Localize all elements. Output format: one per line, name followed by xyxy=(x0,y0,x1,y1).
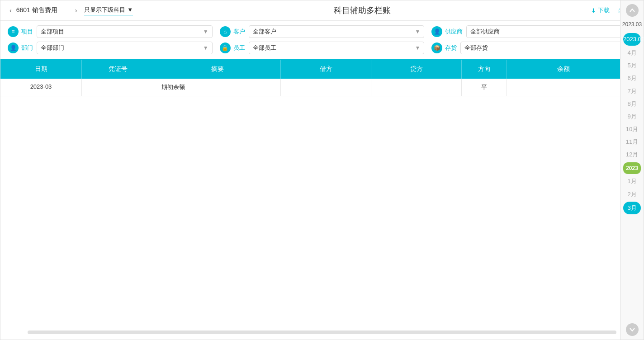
prev-account-button[interactable]: ‹ xyxy=(8,6,14,15)
timeline-month-7[interactable]: 7月 xyxy=(620,85,644,98)
timeline-month-5[interactable]: 5月 xyxy=(620,59,644,72)
timeline-month-2023-03-header[interactable]: 2023.03 xyxy=(620,19,644,31)
timeline-month-4[interactable]: 4月 xyxy=(620,47,644,59)
inventory-label: 📦 存货 xyxy=(431,42,457,53)
side-timeline: 2023.03 2023.03 4月 5月 6月 7月 8月 9月 10月 11… xyxy=(620,0,644,340)
timeline-month-2[interactable]: 2月 xyxy=(620,188,644,201)
col-balance: 余额 xyxy=(507,60,620,79)
customer-select[interactable]: 全部客户 ▼ xyxy=(249,25,425,38)
download-label: 下载 xyxy=(598,6,610,14)
timeline-up-button[interactable] xyxy=(626,4,639,17)
col-debit: 借方 xyxy=(281,60,371,79)
project-icon: ≡ xyxy=(8,26,19,37)
cell-debit xyxy=(281,79,371,96)
header: ‹ 6601 销售费用 › 只显示下级科目 ▼ 科目辅助多栏账 ⬇ 下载 🖨 打… xyxy=(0,0,644,21)
supplier-select[interactable]: 全部供应商 ▼ xyxy=(466,25,636,38)
supplier-label: 👤 供应商 xyxy=(431,26,463,37)
timeline-month-6[interactable]: 6月 xyxy=(620,72,644,85)
department-label: 👤 部门 xyxy=(8,42,33,53)
inventory-icon: 📦 xyxy=(431,42,442,53)
data-table: 日期 凭证号 摘要 借方 贷方 方向 余额 2023-03 期初余额 平 xyxy=(0,59,620,96)
employee-select-arrow-icon: ▼ xyxy=(415,45,420,51)
supplier-filter: 👤 供应商 全部供应商 ▼ xyxy=(431,25,636,38)
account-code-label: 6601 销售费用 xyxy=(16,6,71,14)
horizontal-scrollbar[interactable] xyxy=(28,331,616,334)
project-label: ≡ 项目 xyxy=(8,26,33,37)
department-select-arrow-icon: ▼ xyxy=(203,45,208,51)
show-sub-dropdown[interactable]: 只显示下级科目 ▼ xyxy=(84,6,133,15)
table-body: 2023-03 期初余额 平 xyxy=(0,79,620,96)
cell-date: 2023-03 xyxy=(0,79,82,96)
col-date: 日期 xyxy=(0,60,82,79)
customer-icon: ⌂ xyxy=(220,26,231,37)
col-credit: 贷方 xyxy=(371,60,462,79)
show-sub-label: 只显示下级科目 xyxy=(84,6,125,14)
cell-summary: 期初余额 xyxy=(154,79,281,96)
cell-balance xyxy=(507,79,620,96)
timeline-month-10[interactable]: 10月 xyxy=(620,123,644,136)
col-voucher: 凭证号 xyxy=(82,60,154,79)
department-select[interactable]: 全部部门 ▼ xyxy=(37,42,213,54)
show-sub-arrow-icon: ▼ xyxy=(127,6,133,13)
download-icon: ⬇ xyxy=(591,7,596,14)
inventory-filter: 📦 存货 全部存货 ▼ xyxy=(431,42,636,54)
table-row: 2023-03 期初余额 平 xyxy=(0,79,620,96)
timeline-down-button[interactable] xyxy=(626,323,639,336)
employee-icon: 🔒 xyxy=(220,42,231,53)
timeline-month-9[interactable]: 9月 xyxy=(620,110,644,123)
department-filter: 👤 部门 全部部门 ▼ xyxy=(8,42,213,54)
timeline-month-11[interactable]: 11月 xyxy=(620,136,644,148)
supplier-icon: 👤 xyxy=(431,26,442,37)
department-icon: 👤 xyxy=(8,42,19,53)
timeline-month-2023-03[interactable]: 2023.03 xyxy=(623,33,641,46)
inventory-select[interactable]: 全部存货 ▼ xyxy=(460,42,636,54)
timeline-year-2023[interactable]: 2023 xyxy=(623,162,641,175)
cell-credit xyxy=(371,79,462,96)
main-window: ‹ 6601 销售费用 › 只显示下级科目 ▼ 科目辅助多栏账 ⬇ 下载 🖨 打… xyxy=(0,0,644,340)
employee-label: 🔒 员工 xyxy=(220,42,245,53)
account-navigation: ‹ 6601 销售费用 › xyxy=(8,6,79,15)
customer-label: ⌂ 客户 xyxy=(220,26,245,37)
cell-voucher xyxy=(82,79,154,96)
customer-select-arrow-icon: ▼ xyxy=(415,28,420,35)
project-select[interactable]: 全部项目 ▼ xyxy=(37,25,213,38)
filter-area: ≡ 项目 全部项目 ▼ ⌂ 客户 全部客户 ▼ 👤 供应商 xyxy=(0,21,644,59)
timeline-month-12[interactable]: 12月 xyxy=(620,148,644,161)
page-title: 科目辅助多栏账 xyxy=(138,5,586,16)
timeline-month-1[interactable]: 1月 xyxy=(620,175,644,188)
project-select-arrow-icon: ▼ xyxy=(203,28,208,35)
timeline-month-8[interactable]: 8月 xyxy=(620,98,644,110)
employee-select[interactable]: 全部员工 ▼ xyxy=(249,42,425,54)
cell-direction: 平 xyxy=(462,79,507,96)
col-direction: 方向 xyxy=(462,60,507,79)
next-account-button[interactable]: › xyxy=(73,6,79,15)
timeline-month-3-active[interactable]: 3月 xyxy=(623,202,641,214)
customer-filter: ⌂ 客户 全部客户 ▼ xyxy=(220,25,425,38)
download-button[interactable]: ⬇ 下载 xyxy=(591,6,610,14)
project-filter: ≡ 项目 全部项目 ▼ xyxy=(8,25,213,38)
table-header: 日期 凭证号 摘要 借方 贷方 方向 余额 xyxy=(0,60,620,79)
col-summary: 摘要 xyxy=(154,60,281,79)
employee-filter: 🔒 员工 全部员工 ▼ xyxy=(220,42,425,54)
